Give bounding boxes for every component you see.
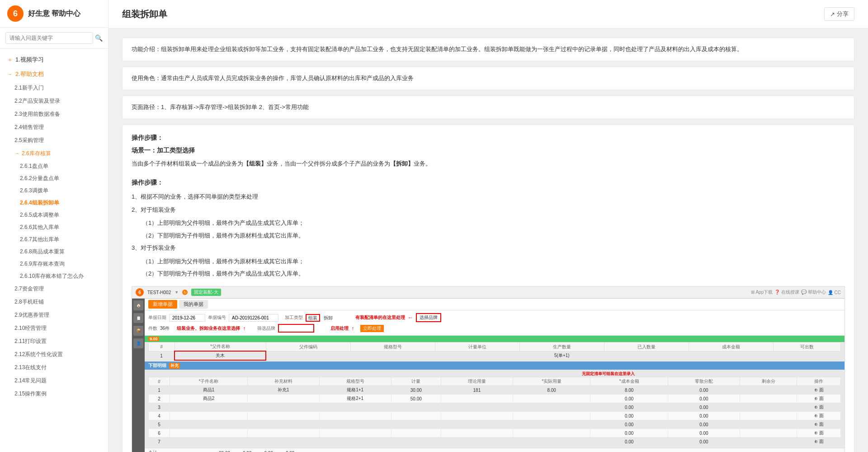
sidebar-item-help-docs[interactable]: － 2.帮助文档 <box>0 67 108 81</box>
fake-th-unit: 计量单位 <box>435 343 519 352</box>
fake-input-date[interactable] <box>169 314 205 322</box>
sidebar-item-other-out[interactable]: 2.6.7其他出库单 <box>0 233 108 246</box>
fake-process-btn[interactable]: 立即处理 <box>360 325 384 332</box>
sidebar-item-other-in[interactable]: 2.6.6其他入库单 <box>0 221 108 233</box>
fake-ltd-spec2: 规格2+1 <box>319 395 391 403</box>
fake-input-brand[interactable] <box>278 324 314 333</box>
sidebar-item-purchase[interactable]: 2.5采购管理 <box>0 134 108 147</box>
fake-ltd-seq2: 2 <box>149 395 170 403</box>
fake-ltd-cost1: 8.00 <box>590 386 668 395</box>
sidebar-section-1-label: 1.视频学习 <box>15 56 44 64</box>
sidebar-section-2-label: 2.帮助文档 <box>15 70 44 78</box>
sidebar-item-data-prep[interactable]: 2.3使用前数据准备 <box>0 108 108 121</box>
sidebar-item-assembly[interactable]: 2.6.4组装拆卸单 <box>0 197 108 209</box>
step3-1: （1）上部明细为父件明细，最终作为原材料生成其它出库单； <box>142 256 845 266</box>
fake-type-assembly[interactable]: 组装 <box>306 314 320 322</box>
sidebar-item-sales[interactable]: 2.4销售管理 <box>0 121 108 134</box>
table-row: 2 商品2 规格2+1 50.00 0.00 <box>149 395 841 403</box>
fake-td-code <box>266 351 350 360</box>
sidebar-item-inventory-portion[interactable]: 2.6.2分量盘点单 <box>0 172 108 185</box>
fake-icon-list[interactable]: 📋 <box>133 313 143 323</box>
sidebar-item-install[interactable]: 2.2产品安装及登录 <box>0 95 108 108</box>
fake-ltd-theory1: 181 <box>441 386 513 395</box>
sidebar-item-cases[interactable]: 2.15操作案例 <box>0 387 108 400</box>
sidebar-item-finance[interactable]: 2.7资金管理 <box>0 282 108 295</box>
scene1-title: 场景一：加工类型选择 <box>132 147 845 155</box>
sidebar-item-faq[interactable]: 2.14常见问题 <box>0 374 108 387</box>
fake-lower-add-btn[interactable]: 补充 <box>169 363 180 369</box>
search-input[interactable] <box>5 32 93 44</box>
fake-select-brand-btn[interactable]: 选择品牌 <box>416 313 441 322</box>
sidebar-item-payment[interactable]: 2.13在线支付 <box>0 361 108 374</box>
table-row: 1 商品1 补充1 规格1+1 30.00 181 8.00 8.00 <box>149 386 841 395</box>
fake-appname: TEST-H002 <box>147 290 171 295</box>
fake-th-seq: # <box>149 343 175 352</box>
sidebar-item-inventory-count[interactable]: 2.6.1盘点单 <box>0 160 108 172</box>
screenshot-container: 6 TEST-H002 ▼ ↻ 固定装配-大 ⊞ App下载 ❓ 在线授课 💬 … <box>132 286 845 452</box>
sidebar-item-mobile[interactable]: 2.8手机旺铺 <box>0 295 108 309</box>
fake-lth-cost: *成本金额 <box>590 377 668 386</box>
fake-icon-home[interactable]: 🏠 <box>133 300 143 310</box>
fake-lth-spec: 规格型号 <box>319 377 391 386</box>
fake-footer-total: 合计 <box>148 450 157 452</box>
fake-input-num[interactable] <box>229 314 278 322</box>
table-row: 1 关木 5(单+1) <box>149 351 841 360</box>
sidebar-nav: ＋ 1.视频学习 － 2.帮助文档 2.1新手入门 2.2产品安装及登录 2.3… <box>0 49 108 452</box>
fake-ltd-extra2 <box>247 395 319 403</box>
fake-td-cost <box>689 351 773 360</box>
fake-ltd-name2: 商品2 <box>170 395 248 403</box>
fake-icon-box[interactable]: 📦 <box>133 326 143 336</box>
fake-th-cost: 成本金额 <box>689 343 773 352</box>
app-logo: 6 <box>7 5 24 22</box>
intro-section: 功能介绍：组装拆卸单用来处理企业组装或拆卸等加工业务，支持有固定装配清单的产品加… <box>122 38 854 61</box>
fake-lth-remain: 剩余分 <box>740 377 797 386</box>
ops-title: 操作步骤： <box>132 134 845 142</box>
table-row: 50.000.00⊕ 面 <box>149 420 841 429</box>
fake-label-type: 加工类型 <box>285 314 303 321</box>
sidebar-item-cost-recalc[interactable]: 2.6.8商品成本重算 <box>0 246 108 258</box>
sidebar-item-ledger-error[interactable]: 2.6.10库存账本错了怎么办 <box>0 270 108 282</box>
fake-tab-my[interactable]: 我的单据 <box>179 300 208 309</box>
fake-topbar: 6 TEST-H002 ▼ ↻ 固定装配-大 ⊞ App下载 ❓ 在线授课 💬 … <box>132 286 844 299</box>
fake-icon-support: 💬 帮助中心 <box>801 289 826 295</box>
sidebar-item-coupon[interactable]: 2.9优惠券管理 <box>0 309 108 322</box>
fake-lth-actual: *实际用量 <box>513 377 590 386</box>
sidebar-item-transfer[interactable]: 2.6.3调拨单 <box>0 185 108 197</box>
sidebar-item-video-learning[interactable]: ＋ 1.视频学习 <box>0 52 108 67</box>
sidebar-item-operations[interactable]: 2.10经营管理 <box>0 322 108 335</box>
fake-count-val: 36件 <box>160 325 170 332</box>
path-section: 页面路径：1、库存核算->库存管理->组装拆卸单 2、首页->常用功能 <box>122 95 854 119</box>
fake-ltd-seq1: 1 <box>149 386 170 395</box>
fake-icon-person[interactable]: 👤 <box>133 338 143 348</box>
fake-dropdown-icon: ▼ <box>175 290 179 295</box>
operations-body: 操作步骤： 场景一：加工类型选择 当由多个子件材料组装成一个成品的业务为【组装】… <box>122 124 854 452</box>
sidebar-item-print[interactable]: 2.11打印设置 <box>0 335 108 348</box>
ann2-arrow: ↑ <box>243 325 245 332</box>
intro-text: 功能介绍：组装拆卸单用来处理企业组装或拆卸等加工业务，支持有固定装配清单的产品加… <box>132 44 845 54</box>
fake-tab-new[interactable]: 新增单据 <box>148 300 177 309</box>
fake-green-btn[interactable]: 固定装配-大 <box>191 289 221 296</box>
fake-th-parent-code: 父件编码 <box>266 343 350 352</box>
sidebar-item-beginner[interactable]: 2.1新手入门 <box>0 81 108 95</box>
fake-icon-user: 👤 CC <box>828 290 841 295</box>
sidebar-item-ledger-query[interactable]: 2.6.9库存账本查询 <box>0 258 108 270</box>
sidebar-item-settings[interactable]: 2.12系统个性化设置 <box>0 348 108 361</box>
app-title: 好生意 帮助中心 <box>28 9 80 19</box>
annotation-no-list: 无固定清单可组装在这里录入 <box>582 371 635 377</box>
share-button[interactable]: ↗ 分享 <box>824 7 854 21</box>
share-label: 分享 <box>837 10 849 18</box>
fake-label-brand: 筛选品牌 <box>257 325 275 332</box>
fake-td-spec <box>350 351 435 360</box>
sidebar-item-cost-adjust[interactable]: 2.6.5成本调整单 <box>0 209 108 221</box>
fake-th-parent-name: *父件名称 <box>175 343 266 352</box>
fake-lower-header-text: 下部明细 <box>148 362 166 369</box>
keyword-disassembly: 【拆卸】 <box>390 160 414 167</box>
fake-type-disassembly[interactable]: 拆卸 <box>322 315 335 321</box>
search-button[interactable]: 🔍 <box>95 34 103 42</box>
minus-icon-inv: － <box>14 150 20 157</box>
sidebar-item-inventory[interactable]: － 2.6库存核算 <box>0 147 108 160</box>
step1: 1、根据不同的业务，选择不同单据的类型来处理 <box>132 191 845 202</box>
fake-sidebar-icons: 🏠 📋 📦 👤 <box>132 299 145 452</box>
fake-footer: 合计 89.00 0.00 0.00 0.00 <box>145 448 844 452</box>
fake-ltd-theory2 <box>441 395 513 403</box>
